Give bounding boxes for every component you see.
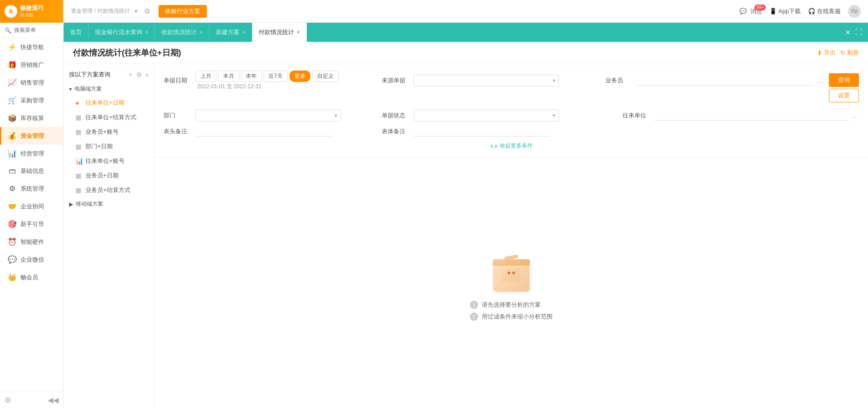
tab-home[interactable]: 首页 — [64, 23, 89, 42]
tabbar-actions: ✕ ⛶ — [839, 23, 868, 42]
date-btn-custom[interactable]: 自定义 — [312, 71, 339, 82]
sidebar-item-label: 企业协同 — [20, 202, 44, 211]
online-service-button[interactable]: 🎧 在线客服 — [808, 7, 841, 15]
query-button[interactable]: 查询 — [829, 73, 859, 87]
tab-receipt-stats[interactable]: 收款情况统计 × — [155, 23, 210, 42]
sidebar-item-label: 经营管理 — [20, 150, 44, 158]
scheme-item-staff-settle[interactable]: ▦ 业务员+结算方式 — [64, 183, 154, 197]
add-scheme-button[interactable]: ＋ — [127, 71, 134, 79]
user-avatar[interactable]: Rit — [848, 5, 861, 18]
page-header-actions: ⬆ 导出 ↻ 刷新 — [817, 49, 859, 57]
refresh-button[interactable]: ↻ 刷新 — [840, 49, 859, 57]
app-download-button[interactable]: 📱 App下载 — [769, 7, 801, 15]
sidebar-item-member[interactable]: 👑 畅会员 — [0, 268, 63, 286]
footer-collapse-icon[interactable]: ◀◀ — [48, 396, 59, 404]
trial-button[interactable]: 体验行业方案 — [159, 5, 207, 18]
sidebar-item-quick-nav[interactable]: ⚡ 快捷导航 — [0, 38, 63, 56]
user-avatar-text: Rit — [851, 8, 858, 15]
scheme-item-staff-date[interactable]: ▦ 业务员+日期 — [64, 168, 154, 183]
desktop-scheme-section[interactable]: ▾ 电脑端方案 — [64, 82, 154, 96]
tab-new-scheme[interactable]: 新建方案 × — [210, 23, 252, 42]
guide-icon: 🎯 — [8, 220, 17, 228]
scheme-item-staff-account[interactable]: ▦ 业务员+账号 — [64, 125, 154, 139]
sidebar-item-wechat[interactable]: 💬 企业微信 — [0, 251, 63, 268]
date-btn-this-month[interactable]: 本月 — [218, 71, 239, 82]
footer-settings-icon[interactable]: ⚙ — [5, 396, 11, 404]
status-select[interactable] — [414, 110, 559, 121]
setting-button[interactable]: 设置 — [829, 89, 859, 102]
filter-area: 单据日期 上月 本月 本年 近7天 更多 自定义 — [155, 64, 868, 157]
tab-payment-stats-close[interactable]: × — [297, 29, 300, 35]
tab-new-scheme-close[interactable]: × — [242, 29, 245, 35]
date-range-text: 2022-01-01 至 2022-12-31 — [197, 83, 339, 91]
expand-tab-button[interactable]: ⛶ — [853, 26, 864, 38]
empty-tip-1: 1 请先选择要分析的方案 — [470, 301, 553, 309]
sidebar: 6 畅捷通巧 标准版 🔍 搜索菜单 ⚡ 快捷导航 🎁 营销推广 📈 销售管理 🛒… — [0, 0, 64, 409]
enterprise-icon: 🤝 — [8, 202, 17, 211]
scheme-item-label: 往来单位+结算方式 — [85, 113, 136, 121]
sidebar-item-operations[interactable]: 📊 经营管理 — [0, 145, 63, 162]
source-select[interactable] — [414, 75, 559, 86]
staff-ellipsis-button[interactable]: … — [814, 77, 824, 84]
filter-action-buttons: 查询 设置 — [824, 71, 859, 105]
messages-button[interactable]: 💬 99+ 消息 — [739, 7, 762, 15]
export-button[interactable]: ⬆ 导出 — [817, 49, 836, 57]
system-icon: ⚙ — [8, 184, 17, 193]
quick-nav-icon: ⚡ — [8, 43, 17, 51]
partner-ellipsis-button[interactable]: … — [849, 112, 859, 119]
collapse-scheme-button[interactable]: « — [145, 71, 149, 79]
date-btn-last-month[interactable]: 上月 — [195, 71, 216, 82]
sidebar-item-purchase[interactable]: 🛒 采购管理 — [0, 91, 63, 109]
scheme-item-partner-settle[interactable]: ▦ 往来单位+结算方式 — [64, 110, 154, 125]
status-label: 单据状态 — [382, 111, 414, 120]
sidebar-item-system[interactable]: ⚙ 系统管理 — [0, 180, 63, 197]
scheme-item-label: 业务员+日期 — [85, 172, 119, 180]
mobile-scheme-section[interactable]: ▶ 移动端方案 — [64, 197, 154, 211]
scheme-item-label: 业务员+结算方式 — [85, 186, 130, 194]
scheme-panel-title: 按以下方案查询 — [69, 71, 110, 79]
sidebar-item-basic[interactable]: 🗃 基础信息 — [0, 162, 63, 180]
sidebar-item-finance[interactable]: 💰 资金管理 — [0, 127, 63, 145]
sidebar-item-guide[interactable]: 🎯 新手引导 — [0, 215, 63, 233]
empty-illustration-face — [502, 269, 520, 283]
desktop-section-label: 电脑端方案 — [75, 85, 102, 93]
date-btn-7days[interactable]: 近7天 — [264, 71, 288, 82]
tip-text-1: 请先选择要分析的方案 — [482, 301, 541, 309]
scheme-item-dept-date[interactable]: ▦ 部门+日期 — [64, 139, 154, 154]
date-btn-this-year[interactable]: 本年 — [241, 71, 262, 82]
sidebar-item-sales[interactable]: 📈 销售管理 — [0, 74, 63, 91]
dept-select[interactable] — [195, 110, 341, 121]
sidebar-search[interactable]: 🔍 搜索菜单 — [0, 23, 63, 38]
scheme-item-partner-date[interactable]: ● 往来单位+日期 — [64, 96, 154, 110]
date-label: 单据日期 — [164, 76, 195, 85]
sidebar-item-marketing[interactable]: 🎁 营销推广 — [0, 56, 63, 74]
sidebar-item-label: 销售管理 — [20, 79, 44, 87]
close-all-tabs-button[interactable]: ✕ — [843, 26, 853, 39]
header-remark-input[interactable] — [195, 126, 332, 136]
scheme-item-label: 业务员+账号 — [85, 128, 119, 136]
scheme-item-table-icon5: ▦ — [75, 187, 83, 194]
body-remark-input[interactable] — [414, 126, 550, 136]
tab-cash-flow[interactable]: 现金银行流水查询 × — [89, 23, 155, 42]
tab-home-label: 首页 — [70, 28, 82, 36]
sidebar-item-inventory[interactable]: 📦 库存核算 — [0, 109, 63, 127]
tab-payment-stats[interactable]: 付款情况统计 × — [252, 23, 307, 42]
scheme-item-chart-icon: 📊 — [75, 157, 83, 165]
sidebar-item-enterprise[interactable]: 🤝 企业协同 — [0, 197, 63, 215]
export-label: 导出 — [824, 49, 836, 57]
topbar-dropdown-arrow[interactable]: ▾ — [135, 8, 138, 15]
logo-sub: 标准版 — [20, 12, 44, 18]
page-header: 付款情况统计(往来单位+日期) ⬆ 导出 ↻ 刷新 — [64, 42, 868, 64]
scheme-item-label: 往来单位+日期 — [85, 99, 125, 107]
basic-icon: 🗃 — [8, 167, 17, 175]
sidebar-item-hardware[interactable]: ⏰ 智能硬件 — [0, 233, 63, 251]
collapse-button[interactable]: ∧∧ 收起更多条件 — [490, 142, 533, 150]
search-label: 搜索菜单 — [14, 26, 36, 34]
tab-cash-flow-close[interactable]: × — [145, 29, 148, 35]
sidebar-item-label: 系统管理 — [20, 185, 44, 193]
scheme-item-partner-account[interactable]: 📊 往来单位+账号 — [64, 154, 154, 168]
date-btn-more[interactable]: 更多 — [289, 71, 310, 82]
tab-receipt-stats-close[interactable]: × — [200, 29, 203, 35]
scheme-settings-button[interactable]: ⚙ — [136, 71, 142, 79]
topbar-gear-icon[interactable]: ⚙ — [144, 7, 150, 15]
